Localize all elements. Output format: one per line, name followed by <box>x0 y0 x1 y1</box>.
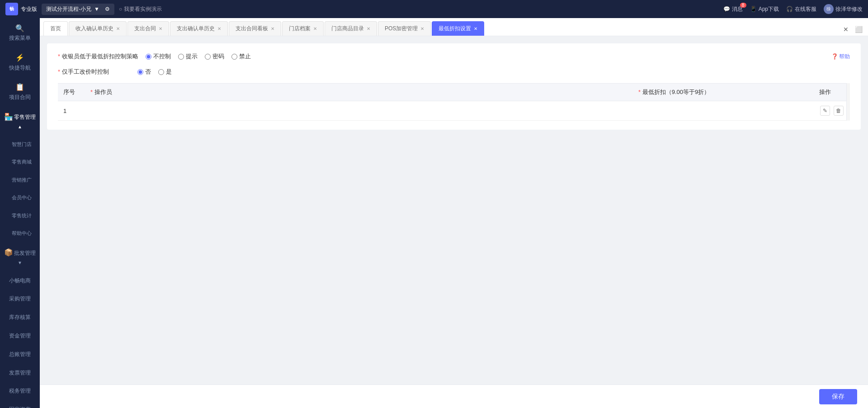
app-download-button[interactable]: 📱 App下载 <box>750 5 779 13</box>
sidebar-item-ecommerce[interactable]: 小畅电商 <box>0 272 40 290</box>
option-no-control[interactable]: 不控制 <box>146 52 171 61</box>
sidebar-item-project[interactable]: 📋 项目合同 <box>0 77 40 106</box>
sidebar-item-retail-mall[interactable]: 零售商城 <box>0 153 40 171</box>
online-service-button[interactable]: 🎧 在线客服 <box>786 5 816 13</box>
user-menu[interactable]: 徐 徐泽华修改 <box>824 4 863 14</box>
sidebar-item-ledger[interactable]: 总账管理 <box>0 345 40 364</box>
discount-table: 序号 * 操作员 * 最低折扣（9.00等于9折） 操作 <box>58 83 850 121</box>
sidebar-label-retail: 零售管理 <box>14 113 36 121</box>
option-password[interactable]: 密码 <box>205 52 224 61</box>
manual-price-label: * 仅手工改价时控制 <box>58 68 130 76</box>
manual-price-options: 否 是 <box>137 68 172 76</box>
radio-no[interactable] <box>137 69 143 75</box>
discount-control-row: * 收银员低于最低折扣控制策略 不控制 提示 密码 <box>58 52 850 61</box>
sidebar-item-fixed-assets[interactable]: 固定资产 <box>0 400 40 408</box>
user-name: 徐泽华修改 <box>835 5 863 13</box>
tab-store-products-label: 门店商品目录 <box>331 25 364 33</box>
top-bar: 畅 专业版 测试分开流程-小兄 ▼ ⚙ ○ 我要看实例演示 💬 消息 8 📱 A… <box>0 0 868 18</box>
tab-pos-password[interactable]: POS加密管理 ✕ <box>378 21 431 36</box>
app-version-label: 专业版 <box>21 5 37 13</box>
discount-control-options: 不控制 提示 密码 禁止 <box>146 52 251 61</box>
message-badge: 8 <box>740 3 746 8</box>
sidebar-item-retail-stats[interactable]: 零售统计 <box>0 207 40 225</box>
sidebar-label-inventory: 库存核算 <box>9 314 31 321</box>
top-bar-left: 畅 专业版 测试分开流程-小兄 ▼ ⚙ ○ 我要看实例演示 <box>5 3 162 15</box>
tab-maximize-action[interactable]: ⬜ <box>853 25 864 34</box>
app-download-label: App下载 <box>759 5 779 13</box>
option-prompt[interactable]: 提示 <box>178 52 198 61</box>
sidebar-item-wholesale[interactable]: 📦 批发管理 ▼ <box>0 242 40 271</box>
tab-pay-contract[interactable]: 支出合同 ✕ <box>127 21 169 36</box>
option-ban[interactable]: 禁止 <box>231 52 251 61</box>
tab-bar: 首页 收入确认单历史 ✕ 支出合同 ✕ 支出确认单历史 ✕ 支出合同看板 ✕ 门… <box>40 18 868 36</box>
tab-income-history[interactable]: 收入确认单历史 ✕ <box>69 21 127 36</box>
tab-store-file[interactable]: 门店档案 ✕ <box>282 21 324 36</box>
option-yes-label: 是 <box>166 68 172 76</box>
help-link[interactable]: ❓ 帮助 <box>831 53 850 61</box>
sidebar-item-invoice[interactable]: 发票管理 <box>0 364 40 382</box>
tab-close-pos-password[interactable]: ✕ <box>420 26 424 31</box>
avatar: 徐 <box>824 4 834 14</box>
logo-icon: 畅 <box>5 3 18 15</box>
headset-icon: 🎧 <box>786 6 793 12</box>
radio-ban[interactable] <box>231 54 237 60</box>
tab-income-history-label: 收入确认单历史 <box>75 25 113 33</box>
tab-close-pay-board[interactable]: ✕ <box>271 26 274 31</box>
sidebar-item-member[interactable]: 会员中心 <box>0 189 40 206</box>
option-no[interactable]: 否 <box>137 68 151 76</box>
sidebar-item-tax[interactable]: 税务管理 <box>0 382 40 400</box>
settings-icon[interactable]: ⚙ <box>105 6 110 12</box>
sidebar-label-ledger: 总账管理 <box>9 351 31 358</box>
edit-row-button[interactable]: ✎ <box>820 106 830 116</box>
radio-password[interactable] <box>205 54 211 60</box>
tab-pos-password-label: POS加密管理 <box>385 25 418 33</box>
demo-link[interactable]: ○ 我要看实例演示 <box>119 5 162 13</box>
tab-store-products[interactable]: 门店商品目录 ✕ <box>325 21 377 36</box>
manual-required-mark: * <box>58 68 62 75</box>
option-no-control-label: 不控制 <box>153 52 171 61</box>
tab-min-discount[interactable]: 最低折扣设置 ✕ <box>432 21 484 36</box>
radio-no-control[interactable] <box>146 54 151 60</box>
sidebar-item-marketing[interactable]: 营销推广 <box>0 171 40 189</box>
table-scrollbar[interactable] <box>846 83 850 121</box>
demo-link-text: 我要看实例演示 <box>124 5 162 13</box>
cell-min-discount <box>633 101 814 121</box>
radio-prompt[interactable] <box>178 54 184 60</box>
message-icon: 💬 <box>723 6 730 12</box>
sidebar-item-inventory[interactable]: 库存核算 <box>0 308 40 327</box>
tab-close-income-history[interactable]: ✕ <box>116 26 120 31</box>
sidebar-item-help[interactable]: 帮助中心 <box>0 225 40 242</box>
tab-close-action[interactable]: ✕ <box>841 25 850 34</box>
tab-close-store-products[interactable]: ✕ <box>367 26 370 31</box>
sidebar-label-wholesale: 批发管理 <box>14 249 36 257</box>
online-service-label: 在线客服 <box>795 5 816 13</box>
tab-close-min-discount[interactable]: ✕ <box>474 26 477 31</box>
sidebar-item-search[interactable]: 🔍 搜索菜单 <box>0 18 40 47</box>
col-operator-required: * <box>90 89 94 95</box>
tab-close-pay-contract[interactable]: ✕ <box>159 26 162 31</box>
sidebar-item-finance[interactable]: 资金管理 <box>0 327 40 345</box>
radio-yes[interactable] <box>158 69 164 75</box>
sidebar-item-shortcut[interactable]: ⚡ 快捷导航 <box>0 47 40 77</box>
option-yes[interactable]: 是 <box>158 68 172 76</box>
project-selector[interactable]: 测试分开流程-小兄 ▼ ⚙ <box>42 4 114 15</box>
sidebar-item-smart-store[interactable]: 智慧门店 <box>0 136 40 153</box>
sidebar-label-project: 项目合同 <box>9 94 31 101</box>
tab-pay-contract-board[interactable]: 支出合同看板 ✕ <box>229 21 281 36</box>
tab-close-pay-confirm[interactable]: ✕ <box>217 26 221 31</box>
delete-row-button[interactable]: 🗑 <box>834 106 844 116</box>
sidebar-label-help: 帮助中心 <box>12 230 32 237</box>
tab-close-store-file[interactable]: ✕ <box>313 26 317 31</box>
sidebar-item-retail[interactable]: 🏪 零售管理 ▲ <box>0 107 40 136</box>
sidebar-label-purchase: 采购管理 <box>9 295 31 303</box>
message-button[interactable]: 💬 消息 8 <box>723 5 743 13</box>
table-header: 序号 * 操作员 * 最低折扣（9.00等于9折） 操作 <box>58 84 850 101</box>
sidebar-item-purchase[interactable]: 采购管理 <box>0 290 40 308</box>
table-row: 1 ✎ 🗑 <box>58 101 850 121</box>
cell-seq: 1 <box>58 101 85 121</box>
search-icon: 🔍 <box>15 23 24 33</box>
tab-pay-confirm-history[interactable]: 支出确认单历史 ✕ <box>170 21 228 36</box>
sidebar: 🔍 搜索菜单 ⚡ 快捷导航 📋 项目合同 🏪 零售管理 ▲ 智慧门店 零售商城 … <box>0 18 40 408</box>
tab-home[interactable]: 首页 <box>43 21 68 36</box>
save-button[interactable]: 保存 <box>819 389 857 404</box>
